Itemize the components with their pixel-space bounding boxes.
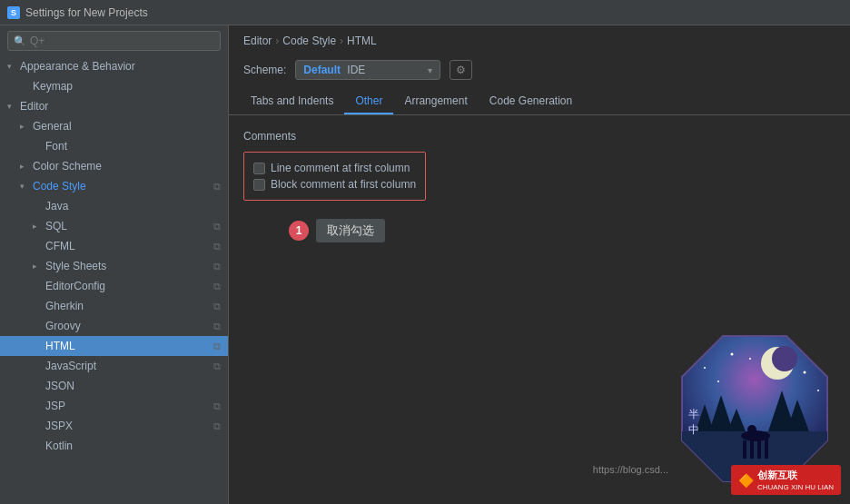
arrow-icon: ▸	[20, 162, 29, 171]
sidebar: 🔍 ▾ Appearance & Behavior Keymap ▾ Edito…	[0, 25, 229, 504]
comments-box: Line comment at first column Block comme…	[243, 152, 426, 201]
search-input[interactable]	[30, 35, 214, 47]
sidebar-item-json[interactable]: JSON	[0, 376, 228, 396]
copy-icon: ⧉	[213, 420, 221, 432]
sidebar-item-style-sheets[interactable]: ▸ Style Sheets ⧉	[0, 256, 228, 276]
sidebar-item-color-scheme[interactable]: ▸ Color Scheme	[0, 156, 228, 176]
breadcrumb: Editor › Code Style › HTML	[229, 25, 850, 56]
sidebar-label: Java	[45, 200, 221, 212]
arrow-icon: ▸	[20, 122, 29, 131]
arrow-icon: ▾	[7, 102, 16, 111]
sidebar-item-groovy[interactable]: Groovy ⧉	[0, 316, 228, 336]
sidebar-label: Groovy	[45, 320, 210, 332]
line-comment-row: Line comment at first column	[253, 160, 416, 176]
sidebar-item-kotlin[interactable]: Kotlin	[0, 436, 228, 456]
copy-icon: ⧉	[213, 321, 221, 332]
sidebar-label: Keymap	[33, 80, 221, 93]
arrow-icon: ▾	[20, 182, 29, 191]
sidebar-label: Gherkin	[45, 300, 210, 312]
sidebar-item-editorconfig[interactable]: EditorConfig ⧉	[0, 276, 228, 296]
sidebar-item-keymap[interactable]: Keymap	[0, 76, 228, 96]
tab-code-generation[interactable]: Code Generation	[479, 89, 583, 114]
sidebar-label: General	[33, 120, 221, 133]
scheme-default: Default	[303, 64, 341, 76]
copy-icon: ⧉	[213, 181, 221, 193]
scheme-row: Scheme: Default IDE ▾ ⚙	[229, 56, 850, 89]
comments-section-title: Comments	[243, 130, 835, 143]
sidebar-item-general[interactable]: ▸ General	[0, 116, 228, 136]
sidebar-label: Code Style	[33, 180, 210, 193]
sidebar-label: Editor	[20, 100, 221, 113]
sidebar-item-java[interactable]: Java	[0, 196, 228, 216]
tooltip-popup: 1 取消勾选	[289, 219, 835, 242]
scheme-select[interactable]: Default IDE ▾	[295, 60, 440, 80]
copy-icon: ⧉	[213, 400, 221, 412]
sidebar-label: SQL	[45, 220, 210, 232]
sidebar-label: Color Scheme	[33, 160, 221, 173]
arrow-icon: ▾	[7, 62, 16, 71]
sidebar-item-editor[interactable]: ▾ Editor	[0, 96, 228, 116]
logo-text: 创新互联 CHUANG XIN HU LIAN	[757, 469, 834, 491]
tabs-row: Tabs and Indents Other Arrangement Code …	[229, 89, 850, 115]
block-comment-checkbox[interactable]	[253, 179, 265, 191]
copy-icon: ⧉	[213, 221, 221, 232]
breadcrumb-sep-2: ›	[340, 35, 343, 47]
tooltip-badge: 1	[289, 221, 309, 241]
logo-icon: 🔶	[738, 473, 754, 488]
arrow-icon: ▸	[33, 262, 42, 271]
sidebar-label: HTML	[45, 340, 210, 352]
sidebar-label: Style Sheets	[45, 260, 210, 272]
sidebar-label: CFML	[45, 240, 210, 252]
search-box[interactable]: 🔍	[7, 31, 221, 51]
scheme-label: Scheme:	[243, 64, 286, 76]
watermark-url: https://blog.csd...	[593, 464, 668, 475]
sidebar-label: Font	[45, 140, 221, 153]
scheme-ide: IDE	[344, 64, 365, 76]
sidebar-item-font[interactable]: Font	[0, 136, 228, 156]
sidebar-item-jspx[interactable]: JSPX ⧉	[0, 416, 228, 436]
app-icon: S	[7, 6, 20, 19]
sidebar-item-html[interactable]: HTML ⧉	[0, 336, 228, 356]
copy-icon: ⧉	[213, 361, 221, 372]
arrow-icon: ▸	[33, 222, 42, 231]
sidebar-item-gherkin[interactable]: Gherkin ⧉	[0, 296, 228, 316]
breadcrumb-code-style: Code Style	[282, 35, 336, 47]
block-comment-row: Block comment at first column	[253, 176, 416, 193]
sidebar-label: JSON	[45, 380, 221, 392]
sidebar-label: Appearance & Behavior	[20, 60, 221, 73]
sidebar-item-appearance-behavior[interactable]: ▾ Appearance & Behavior	[0, 56, 228, 76]
tab-arrangement[interactable]: Arrangement	[393, 89, 478, 114]
breadcrumb-sep-1: ›	[275, 35, 279, 47]
sidebar-label: JSPX	[45, 420, 210, 432]
breadcrumb-html: HTML	[347, 35, 377, 47]
sidebar-item-sql[interactable]: ▸ SQL ⧉	[0, 216, 228, 236]
sidebar-item-jsp[interactable]: JSP ⧉	[0, 396, 228, 416]
tab-content: Comments Line comment at first column Bl…	[229, 115, 850, 504]
copy-icon: ⧉	[213, 301, 221, 312]
sidebar-label: Kotlin	[45, 440, 221, 452]
tab-tabs-indents[interactable]: Tabs and Indents	[240, 89, 344, 114]
sidebar-label: JSP	[45, 400, 210, 412]
copy-icon: ⧉	[213, 281, 221, 292]
sidebar-label: JavaScript	[45, 360, 210, 372]
sidebar-label: EditorConfig	[45, 280, 210, 292]
line-comment-label: Line comment at first column	[271, 162, 410, 174]
line-comment-checkbox[interactable]	[253, 163, 265, 174]
copy-icon: ⧉	[213, 341, 221, 352]
tooltip-text: 取消勾选	[316, 219, 385, 242]
copy-icon: ⧉	[213, 241, 221, 252]
gear-button[interactable]: ⚙	[450, 60, 472, 80]
sidebar-item-javascript[interactable]: JavaScript ⧉	[0, 356, 228, 376]
watermark-logo: 🔶 创新互联 CHUANG XIN HU LIAN	[731, 465, 841, 495]
breadcrumb-editor: Editor	[243, 35, 272, 47]
content-area: Editor › Code Style › HTML Scheme: Defau…	[229, 25, 850, 504]
block-comment-label: Block comment at first column	[271, 178, 416, 191]
chevron-down-icon: ▾	[428, 65, 432, 75]
title-bar-text: Settings for New Projects	[25, 6, 148, 19]
tab-other[interactable]: Other	[344, 89, 393, 114]
search-icon: 🔍	[14, 35, 26, 47]
title-bar: S Settings for New Projects	[0, 0, 850, 25]
sidebar-item-code-style[interactable]: ▾ Code Style ⧉	[0, 176, 228, 196]
copy-icon: ⧉	[213, 261, 221, 272]
sidebar-item-cfml[interactable]: CFML ⧉	[0, 236, 228, 256]
